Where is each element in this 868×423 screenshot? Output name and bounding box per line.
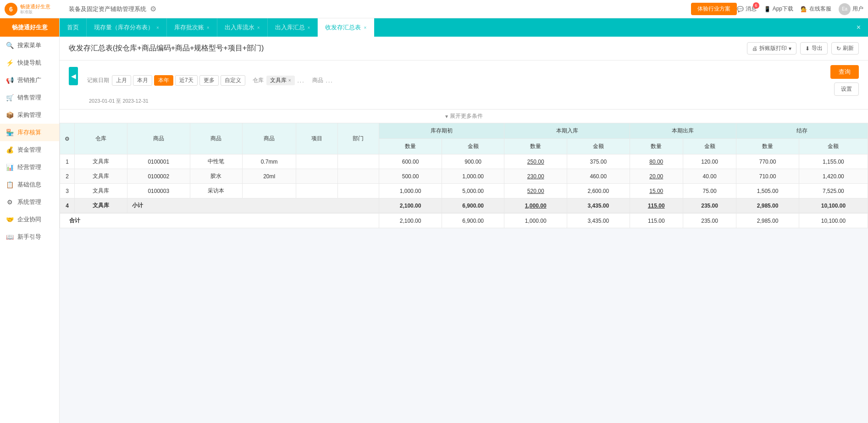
tab-inout-summary[interactable]: 出入库汇总 × (268, 18, 318, 37)
row-opening-amt: 1,000.00 (442, 169, 504, 184)
tab-stock-distribution[interactable]: 现存量（库存分布表） × (87, 18, 167, 37)
sidebar-item-operations[interactable]: 📊 经营管理 (0, 159, 59, 176)
subtotal-out-amt: 235.00 (683, 198, 736, 214)
sidebar-item-search[interactable]: 🔍 搜索菜单 (0, 37, 59, 54)
row-in-qty[interactable]: 520.00 (504, 184, 567, 198)
total-closing-qty: 2,985.00 (736, 213, 799, 228)
row-closing-qty: 770.00 (736, 154, 799, 169)
sidebar: 畅捷通好生意 🔍 搜索菜单 ⚡ 快捷导航 📢 营销推广 🛒 销售管理 (0, 18, 60, 423)
tab-home[interactable]: 首页 (60, 18, 87, 37)
app-download-button[interactable]: 📱 App下载 (764, 5, 793, 13)
row-product-spec: 20ml (243, 169, 296, 184)
sidebar-item-enterprise[interactable]: 🤝 企业协同 (0, 211, 59, 228)
row-warehouse: 文具库 (75, 169, 127, 184)
row-out-qty[interactable]: 20.00 (630, 169, 683, 184)
subtotal-warehouse: 文具库 (75, 198, 127, 214)
row-warehouse: 文具库 (75, 154, 127, 169)
app-container: 6 畅捷通好生意 标准版 装备及固定资产辅助管理系统 ⚙ 体验行业方案 💬 消息… (0, 0, 868, 423)
try-industry-button[interactable]: 体验行业方案 (691, 3, 737, 15)
collapse-icon[interactable]: ◀ (69, 67, 78, 85)
row-in-amt: 460.00 (567, 169, 630, 184)
th-warehouse: 仓库 (75, 123, 127, 154)
row-in-qty[interactable]: 250.00 (504, 154, 567, 169)
row-product-name: 胶水 (190, 169, 243, 184)
logo-area: 6 畅捷通好生意 标准版 (5, 3, 64, 16)
date-btn-custom[interactable]: 自定义 (221, 75, 245, 86)
tab-inout-flow[interactable]: 出入库流水 × (217, 18, 268, 37)
row-out-amt: 40.00 (683, 169, 736, 184)
system-settings-button[interactable]: ⚙ (150, 5, 156, 13)
th-group-out: 本期出库 (630, 123, 736, 139)
sidebar-item-basic[interactable]: 📋 基础信息 (0, 176, 59, 193)
row-department (337, 154, 379, 169)
export-button[interactable]: ⬇ 导出 (800, 42, 828, 55)
tab-close-inout-flow[interactable]: × (257, 25, 260, 30)
subtotal-in-qty[interactable]: 1,000.00 (504, 198, 567, 214)
tab-close-stock-distribution[interactable]: × (156, 25, 159, 30)
close-all-tabs-button[interactable]: × (849, 23, 868, 32)
messages-button[interactable]: 💬 消息 6 (737, 5, 757, 13)
sidebar-item-sales[interactable]: 🛒 销售管理 (0, 89, 59, 106)
subtotal-closing-amt: 10,100.00 (799, 198, 868, 214)
th-settings[interactable]: ⚙ (60, 123, 75, 154)
tab-close-stock-summary[interactable]: × (364, 25, 366, 30)
row-closing-amt: 7,525.00 (799, 184, 868, 198)
row-product-spec (243, 184, 296, 198)
th-in-qty: 数量 (504, 139, 567, 154)
content-wrapper: 收发存汇总表(按仓库+商品编码+商品+规格型号+项目+部门) 🖨 拆账版打印 ▾… (60, 37, 868, 423)
tab-bar: 首页 现存量（库存分布表） × 库存批次账 × 出入库流水 × 出入库汇总 × (60, 18, 868, 37)
row-in-amt: 375.00 (567, 154, 630, 169)
date-btn-this-month[interactable]: 本月 (133, 75, 152, 86)
row-product-name: 采访本 (190, 184, 243, 198)
tab-batch-ledger[interactable]: 库存批次账 × (167, 18, 217, 37)
sidebar-item-quicknav[interactable]: ⚡ 快捷导航 (0, 54, 59, 71)
row-out-qty[interactable]: 80.00 (630, 154, 683, 169)
print-button[interactable]: 🖨 拆账版打印 ▾ (747, 42, 796, 55)
system-title: 装备及固定资产辅助管理系统 ⚙ (69, 5, 691, 13)
date-btn-this-year[interactable]: 本年 (154, 75, 173, 86)
date-btn-last-month[interactable]: 上月 (112, 75, 131, 86)
page-title: 收发存汇总表(按仓库+商品编码+商品+规格型号+项目+部门) (69, 44, 264, 53)
remove-warehouse-button[interactable]: × (288, 78, 291, 83)
warehouse-more-dots[interactable]: ... (298, 77, 305, 84)
query-area: 查询 设置 (830, 65, 859, 96)
total-closing-amt: 10,100.00 (799, 213, 868, 228)
sidebar-item-guide[interactable]: 📖 新手引导 (0, 228, 59, 246)
warehouse-tag: 文具库 × (266, 76, 295, 85)
th-group-opening: 库存期初 (379, 123, 504, 139)
tab-close-batch-ledger[interactable]: × (207, 25, 210, 30)
date-btn-7days[interactable]: 近7天 (175, 75, 198, 86)
goods-more-dots[interactable]: ... (326, 77, 333, 84)
quicknav-icon: ⚡ (6, 59, 14, 67)
date-btn-more[interactable]: 更多 (199, 75, 219, 86)
sidebar-item-system[interactable]: ⚙ 系统管理 (0, 193, 59, 211)
online-service-button[interactable]: 💁 在线客服 (801, 5, 831, 13)
sales-icon: 🛒 (6, 93, 14, 102)
subtotal-out-qty[interactable]: 115.00 (630, 198, 683, 214)
basic-icon: 📋 (6, 181, 14, 189)
sidebar-item-finance[interactable]: 💰 资金管理 (0, 141, 59, 159)
user-area[interactable]: Ea 用户 (839, 3, 863, 15)
data-table-container: ⚙ 仓库 商品 商品 商品 项目 部门 库存期初 本期入库 本期出库 结存 (60, 123, 868, 228)
refresh-button[interactable]: ↻ 刷新 (831, 42, 859, 55)
total-out-qty: 115.00 (630, 213, 683, 228)
filter-collapse-button[interactable]: ◀ (69, 67, 78, 85)
app-title-text: 畅捷通好生意 标准版 (20, 3, 50, 15)
row-product-code: 0100002 (127, 169, 190, 184)
expand-more-button[interactable]: ▾ 展开更多条件 (60, 110, 868, 123)
settings-button[interactable]: 设置 (834, 82, 859, 96)
th-group-closing: 结存 (736, 123, 868, 139)
tab-close-inout-summary[interactable]: × (308, 25, 310, 30)
operations-icon: 📊 (6, 163, 14, 171)
row-department (337, 169, 379, 184)
row-project (296, 184, 337, 198)
system-icon: ⚙ (6, 198, 14, 206)
sidebar-item-purchase[interactable]: 📦 采购管理 (0, 106, 59, 124)
sidebar-item-marketing[interactable]: 📢 营销推广 (0, 71, 59, 89)
tab-stock-summary[interactable]: 收发存汇总表 × (318, 18, 374, 37)
subtotal-closing-qty: 2,985.00 (736, 198, 799, 214)
query-button[interactable]: 查询 (830, 65, 859, 79)
row-out-qty[interactable]: 15.00 (630, 184, 683, 198)
row-in-qty[interactable]: 230.00 (504, 169, 567, 184)
sidebar-item-inventory[interactable]: 🏪 库存核算 (0, 124, 59, 141)
